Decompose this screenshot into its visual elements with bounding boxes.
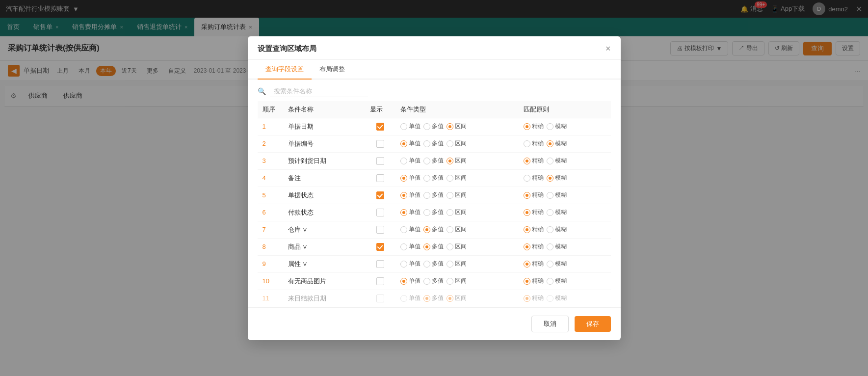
radio-dot[interactable]	[423, 140, 430, 147]
radio-dot[interactable]	[547, 261, 553, 268]
radio-dot[interactable]	[524, 140, 530, 147]
radio-dot[interactable]	[524, 261, 530, 268]
modal-tab-layout[interactable]: 布局调整	[312, 60, 353, 80]
type-radio-option[interactable]: 多值	[423, 174, 444, 182]
row-show-cell[interactable]	[365, 255, 396, 272]
search-input[interactable]	[270, 85, 368, 97]
radio-dot[interactable]	[447, 123, 453, 130]
row-show-cell[interactable]	[365, 238, 396, 255]
show-checkbox[interactable]	[376, 295, 384, 302]
radio-dot[interactable]	[547, 243, 553, 250]
radio-dot[interactable]	[400, 175, 407, 182]
type-radio-option[interactable]: 区间	[447, 157, 467, 165]
type-radio-option[interactable]: 区间	[447, 294, 467, 302]
show-checkbox[interactable]	[376, 140, 384, 148]
match-radio-option[interactable]: 模糊	[547, 225, 567, 234]
radio-dot[interactable]	[400, 261, 407, 268]
show-checkbox[interactable]	[376, 226, 384, 234]
match-radio-option[interactable]: 精确	[524, 242, 544, 251]
type-radio-option[interactable]: 多值	[423, 294, 444, 302]
radio-dot[interactable]	[524, 226, 530, 233]
match-radio-option[interactable]: 模糊	[547, 122, 567, 131]
radio-dot[interactable]	[400, 295, 407, 302]
type-radio-option[interactable]: 多值	[423, 242, 444, 251]
radio-dot[interactable]	[447, 140, 453, 147]
radio-dot[interactable]	[524, 209, 530, 216]
match-radio-option[interactable]: 精确	[524, 208, 544, 216]
radio-dot[interactable]	[400, 243, 407, 250]
radio-dot[interactable]	[447, 175, 453, 182]
match-radio-option[interactable]: 模糊	[547, 139, 567, 148]
type-radio-option[interactable]: 多值	[423, 157, 444, 165]
type-radio-option[interactable]: 单值	[400, 139, 421, 148]
match-radio-option[interactable]: 模糊	[547, 191, 567, 199]
type-radio-option[interactable]: 多值	[423, 191, 444, 199]
type-radio-option[interactable]: 区间	[447, 208, 467, 216]
match-radio-option[interactable]: 模糊	[547, 294, 567, 302]
type-radio-option[interactable]: 单值	[400, 157, 421, 165]
modal-tab-query-fields[interactable]: 查询字段设置	[258, 60, 312, 80]
modal-close-button[interactable]: ×	[605, 44, 611, 53]
type-radio-option[interactable]: 区间	[447, 191, 467, 199]
match-radio-option[interactable]: 模糊	[547, 174, 567, 182]
type-radio-option[interactable]: 区间	[447, 277, 467, 285]
match-radio-option[interactable]: 精确	[524, 260, 544, 268]
row-show-cell[interactable]	[365, 187, 396, 204]
match-radio-option[interactable]: 精确	[524, 157, 544, 165]
row-show-cell[interactable]	[365, 169, 396, 187]
radio-dot[interactable]	[447, 261, 453, 268]
type-radio-option[interactable]: 区间	[447, 242, 467, 251]
show-checkbox[interactable]	[376, 277, 384, 285]
radio-dot[interactable]	[400, 140, 407, 147]
radio-dot[interactable]	[447, 158, 453, 164]
match-radio-option[interactable]: 精确	[524, 277, 544, 285]
row-show-cell[interactable]	[365, 135, 396, 152]
row-show-cell[interactable]	[365, 221, 396, 238]
show-checkbox[interactable]	[376, 123, 384, 131]
match-radio-option[interactable]: 精确	[524, 225, 544, 234]
radio-dot[interactable]	[547, 158, 553, 164]
radio-dot[interactable]	[423, 243, 430, 250]
match-radio-option[interactable]: 模糊	[547, 157, 567, 165]
match-radio-option[interactable]: 模糊	[547, 260, 567, 268]
radio-dot[interactable]	[423, 261, 430, 268]
radio-dot[interactable]	[423, 209, 430, 216]
radio-dot[interactable]	[524, 123, 530, 130]
row-show-cell[interactable]	[365, 204, 396, 221]
type-radio-option[interactable]: 多值	[423, 208, 444, 216]
type-radio-option[interactable]: 单值	[400, 277, 421, 285]
radio-dot[interactable]	[423, 192, 430, 199]
radio-dot[interactable]	[524, 192, 530, 199]
radio-dot[interactable]	[423, 123, 430, 130]
radio-dot[interactable]	[447, 278, 453, 285]
radio-dot[interactable]	[547, 175, 553, 182]
radio-dot[interactable]	[447, 226, 453, 233]
type-radio-option[interactable]: 单值	[400, 294, 421, 302]
radio-dot[interactable]	[447, 192, 453, 199]
match-radio-option[interactable]: 精确	[524, 191, 544, 199]
radio-dot[interactable]	[423, 278, 430, 285]
radio-dot[interactable]	[547, 123, 553, 130]
radio-dot[interactable]	[547, 295, 553, 302]
match-radio-option[interactable]: 模糊	[547, 208, 567, 216]
show-checkbox[interactable]	[376, 174, 384, 182]
radio-dot[interactable]	[423, 158, 430, 164]
type-radio-option[interactable]: 区间	[447, 122, 467, 131]
radio-dot[interactable]	[547, 278, 553, 285]
radio-dot[interactable]	[400, 226, 407, 233]
type-radio-option[interactable]: 多值	[423, 225, 444, 234]
radio-dot[interactable]	[400, 209, 407, 216]
type-radio-option[interactable]: 多值	[423, 260, 444, 268]
type-radio-option[interactable]: 单值	[400, 174, 421, 182]
radio-dot[interactable]	[423, 226, 430, 233]
radio-dot[interactable]	[547, 226, 553, 233]
type-radio-option[interactable]: 单值	[400, 225, 421, 234]
match-radio-option[interactable]: 精确	[524, 122, 544, 131]
radio-dot[interactable]	[423, 175, 430, 182]
radio-dot[interactable]	[547, 140, 553, 147]
match-radio-option[interactable]: 模糊	[547, 277, 567, 285]
type-radio-option[interactable]: 单值	[400, 191, 421, 199]
match-radio-option[interactable]: 模糊	[547, 242, 567, 251]
radio-dot[interactable]	[524, 243, 530, 250]
match-radio-option[interactable]: 精确	[524, 294, 544, 302]
